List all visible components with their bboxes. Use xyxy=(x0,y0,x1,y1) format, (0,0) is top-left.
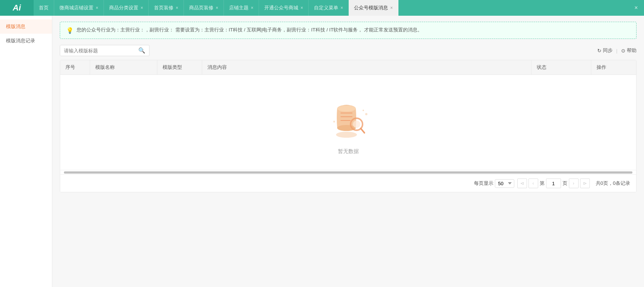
page-size-label: 每页显示 xyxy=(474,180,493,187)
tab-close-icon[interactable]: × xyxy=(141,5,143,10)
table-column-header: 模版类型 xyxy=(157,60,202,74)
top-nav: Ai 首页微商城店铺设置×商品分类设置×首页装修×商品页装修×店铺主题×开通公众… xyxy=(0,0,644,16)
nav-tab[interactable]: 店铺主题× xyxy=(224,0,259,16)
search-box: 🔍 xyxy=(60,45,150,56)
content-area: 💡 您的公众号行业为：主营行业：，副营行业： 需要设置为：主营行业：IT科技 /… xyxy=(52,16,644,287)
table-column-header: 序号 xyxy=(60,60,90,74)
tab-close-icon[interactable]: × xyxy=(216,5,218,10)
nav-tab[interactable]: 微商城店铺设置× xyxy=(54,0,104,16)
tab-close-icon[interactable]: × xyxy=(251,5,253,10)
nav-tab-label: 开通公众号商城 xyxy=(264,4,298,11)
nav-tab-label: 商品页装修 xyxy=(189,4,213,11)
table-column-header: 消息内容 xyxy=(202,60,531,74)
nav-tab[interactable]: 首页装修× xyxy=(149,0,184,16)
nav-tab[interactable]: 公众号模版消息× xyxy=(349,0,398,16)
main-layout: 模版消息模版消息记录 💡 您的公众号行业为：主营行业：，副营行业： 需要设置为：… xyxy=(0,16,644,287)
sync-icon: ↻ xyxy=(597,48,601,54)
table-column-header: 操作 xyxy=(591,60,636,74)
scrollbar-area[interactable] xyxy=(60,170,636,174)
page-nav: ⊲ ‹ 第 页 › ⊳ xyxy=(517,178,590,188)
nav-tab-label: 自定义菜单 xyxy=(314,4,338,11)
nav-tab[interactable]: 自定义菜单× xyxy=(309,0,349,16)
toolbar-right: ↻ 同步 | ⊙ 帮助 xyxy=(597,47,637,54)
table-column-header: 状态 xyxy=(531,60,591,74)
svg-point-11 xyxy=(333,121,335,123)
empty-illustration xyxy=(326,97,371,142)
next-page-button[interactable]: › xyxy=(569,178,579,188)
sidebar-item[interactable]: 模版消息记录 xyxy=(0,34,52,48)
search-input[interactable] xyxy=(60,46,135,56)
nav-tab-label: 微商城店铺设置 xyxy=(59,4,93,11)
close-all-button[interactable]: × xyxy=(628,0,644,16)
tab-close-icon[interactable]: × xyxy=(96,5,98,10)
svg-line-8 xyxy=(361,128,364,133)
tab-close-icon[interactable]: × xyxy=(176,5,178,10)
sync-button[interactable]: ↻ 同步 xyxy=(597,47,613,54)
last-page-button[interactable]: ⊳ xyxy=(580,178,590,188)
nav-tab[interactable]: 开通公众号商城× xyxy=(259,0,309,16)
first-page-button[interactable]: ⊲ xyxy=(517,178,527,188)
table-column-header: 模版名称 xyxy=(90,60,157,74)
page-label: 第 xyxy=(540,180,545,187)
app-logo: Ai xyxy=(0,0,34,16)
notice-icon: 💡 xyxy=(66,27,74,34)
nav-tab-label: 店铺主题 xyxy=(229,4,249,11)
empty-text: 暂无数据 xyxy=(338,148,359,155)
data-table: 序号模版名称模版类型消息内容状态操作 xyxy=(60,60,637,192)
nav-tab[interactable]: 商品页装修× xyxy=(184,0,224,16)
nav-tab-label: 首页 xyxy=(39,4,49,11)
sidebar: 模版消息模版消息记录 xyxy=(0,16,52,287)
svg-point-9 xyxy=(363,110,364,111)
tab-close-icon[interactable]: × xyxy=(390,5,393,10)
sidebar-item[interactable]: 模版消息 xyxy=(0,19,52,34)
svg-point-2 xyxy=(337,125,356,131)
nav-tab-label: 公众号模版消息 xyxy=(354,4,388,11)
nav-tab-label: 商品分类设置 xyxy=(109,4,138,11)
scrollbar-thumb[interactable] xyxy=(64,171,632,174)
notice-highlight: 需要设置为：主营行业：IT科技 / 互联网|电子商务，副营行业：IT科技 / I… xyxy=(175,27,363,33)
notice-suffix: 才能正常发送预置的消息。 xyxy=(364,27,422,33)
total-info: 共0页，0条记录 xyxy=(596,180,630,187)
svg-point-7 xyxy=(353,120,360,128)
toolbar-divider: | xyxy=(616,48,617,54)
prev-page-button[interactable]: ‹ xyxy=(529,178,538,188)
help-label: 帮助 xyxy=(627,47,637,54)
page-number-input[interactable] xyxy=(546,178,561,188)
nav-tab[interactable]: 商品分类设置× xyxy=(104,0,149,16)
nav-tab-label: 首页装修 xyxy=(154,4,173,11)
notice-banner: 💡 您的公众号行业为：主营行业：，副营行业： 需要设置为：主营行业：IT科技 /… xyxy=(60,22,637,39)
svg-point-1 xyxy=(337,106,356,112)
page-size-select: 每页显示 50 10 20 100 xyxy=(474,179,514,188)
search-area: 🔍 ↻ 同步 | ⊙ 帮助 xyxy=(60,45,637,56)
nav-tabs: 首页微商城店铺设置×商品分类设置×首页装修×商品页装修×店铺主题×开通公众号商城… xyxy=(34,0,628,16)
pagination: 每页显示 50 10 20 100 ⊲ ‹ 第 页 › ⊳ xyxy=(60,174,636,192)
nav-tab[interactable]: 首页 xyxy=(34,0,54,16)
table-header: 序号模版名称模版类型消息内容状态操作 xyxy=(60,60,636,75)
search-button[interactable]: 🔍 xyxy=(135,45,149,56)
help-button[interactable]: ⊙ 帮助 xyxy=(621,47,637,54)
tab-close-icon[interactable]: × xyxy=(341,5,343,10)
notice-text: 您的公众号行业为：主营行业：，副营行业： 需要设置为：主营行业：IT科技 / 互… xyxy=(77,27,422,33)
empty-state: 暂无数据 xyxy=(60,75,636,170)
notice-prefix: 您的公众号行业为：主营行业：，副营行业： xyxy=(77,27,174,33)
help-icon: ⊙ xyxy=(621,48,625,54)
tab-close-icon[interactable]: × xyxy=(301,5,303,10)
scrollbar-track[interactable] xyxy=(64,171,632,174)
sync-label: 同步 xyxy=(603,47,613,54)
svg-point-0 xyxy=(336,132,357,138)
page-unit: 页 xyxy=(563,180,567,187)
page-size-dropdown[interactable]: 50 10 20 100 xyxy=(495,179,514,188)
svg-point-10 xyxy=(365,113,367,115)
